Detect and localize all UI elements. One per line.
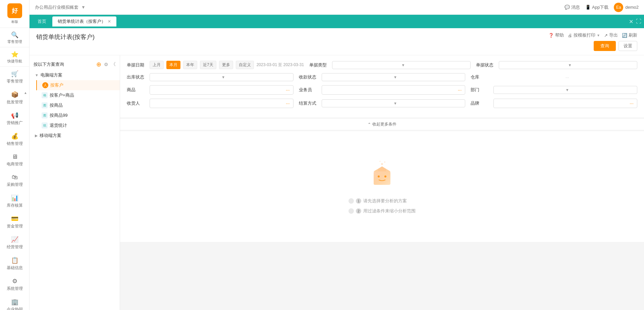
print-dropdown-icon[interactable]: ▼: [597, 34, 600, 37]
industry-label: 办公用品行业模拟账套: [35, 4, 78, 10]
sidebar-item-inventory[interactable]: 📊 库存核算: [0, 191, 29, 212]
settlement-dropdown[interactable]: ▼: [322, 99, 466, 107]
add-scheme-btn[interactable]: ⊕: [96, 61, 101, 68]
sidebar-item-marketing[interactable]: 📢 营销推广: [0, 108, 29, 129]
panel-title: 按以下方案查询: [34, 61, 64, 67]
left-panel: 按以下方案查询 ⊕ ⚙ 《 ▼ 电脑端方案 人: [30, 55, 120, 310]
tab-sales-stats[interactable]: 销货单统计表（按客户） ✕: [52, 16, 116, 27]
sidebar-item-wholesale[interactable]: 📦 批发管理 ▲: [0, 88, 29, 108]
page-title: 销货单统计表(按客户): [36, 33, 535, 41]
quick-nav-label: 快捷导航: [7, 59, 22, 64]
collapse-panel-btn[interactable]: 《: [111, 61, 116, 67]
query-button[interactable]: 查询: [594, 41, 616, 51]
desktop-scheme-label: 电脑端方案: [41, 72, 62, 78]
sidebar-item-enterprise[interactable]: 🏢 企业协同: [0, 295, 29, 310]
department-arrow: ▼: [566, 88, 634, 92]
date-btn-7days[interactable]: 近7天: [200, 61, 216, 69]
app-download-btn[interactable]: 📱 App下载: [585, 4, 608, 10]
logo-text: 标版: [11, 19, 18, 24]
warehouse-dropdown[interactable]: ···: [493, 75, 637, 80]
scheme-by-product-99[interactable]: 图 按商品99: [36, 110, 120, 120]
settlement-label: 结算方式: [299, 100, 319, 106]
scheme-by-product[interactable]: 图 按商品: [36, 100, 120, 110]
brand-dots[interactable]: ···: [630, 101, 634, 106]
page-actions-area: ❓ 帮助 🖨 按模板打印 ▼ ↗ 导出 🔄 刷新: [542, 28, 644, 55]
desktop-scheme-children: 人 按客户 格 按客户+商品 图 按商品 图 按: [30, 80, 120, 131]
date-btn-custom[interactable]: 自定义: [236, 61, 254, 69]
maximize-window-icon[interactable]: ⛶: [636, 18, 641, 25]
svg-point-7: [384, 161, 385, 163]
search-menu-item[interactable]: 🔍 零售管理: [0, 28, 29, 47]
filter-order-type: 单据类型 ▼: [309, 61, 471, 69]
salesperson-label: 业务员: [299, 87, 319, 93]
date-btn-more[interactable]: 更多: [219, 61, 233, 69]
mobile-scheme-toggle[interactable]: ▶ 移动端方案: [30, 131, 120, 141]
warehouse-dots[interactable]: ···: [566, 75, 637, 80]
username: demo2: [625, 5, 639, 10]
logo[interactable]: 好 标版: [0, 0, 29, 28]
date-btn-this-month[interactable]: 本月: [166, 61, 180, 69]
template-print-btn[interactable]: 🖨 按模板打印 ▼: [568, 32, 600, 38]
warehouse-label: 仓库: [471, 74, 491, 80]
export-icon: ↗: [604, 33, 608, 38]
app-download-label: App下载: [592, 4, 608, 10]
order-status-dropdown[interactable]: ▼: [499, 61, 637, 69]
receiver-dots[interactable]: ···: [286, 101, 290, 106]
order-type-label: 单据类型: [309, 62, 329, 68]
sidebar-item-system[interactable]: ⚙ 系统管理: [0, 274, 29, 295]
help-btn[interactable]: ❓ 帮助: [548, 32, 564, 38]
settings-button[interactable]: 设置: [619, 41, 637, 51]
filter-row-3: 商品 ··· 业务员 ···: [127, 85, 637, 95]
close-window-icon[interactable]: ✕: [629, 18, 633, 25]
product-dots[interactable]: ···: [286, 87, 290, 93]
export-btn[interactable]: ↗ 导出: [604, 32, 618, 38]
shipment-label: 出库状态: [127, 74, 147, 80]
svg-point-8: [379, 161, 381, 162]
sidebar-item-operation[interactable]: 📈 经营管理: [0, 232, 29, 253]
logo-icon: 好: [7, 3, 22, 18]
shipment-dropdown[interactable]: ▼: [150, 73, 293, 81]
tab-home[interactable]: 首页: [32, 16, 52, 27]
filter-department: 部门 ▼: [471, 86, 637, 94]
date-btn-this-year[interactable]: 本年: [183, 61, 197, 69]
date-btn-last-month[interactable]: 上月: [150, 61, 164, 69]
refresh-btn[interactable]: 🔄 刷新: [622, 32, 637, 38]
by-product-label: 按商品: [50, 102, 63, 108]
sidebar-item-label: 资金管理: [7, 223, 23, 229]
salesperson-dots[interactable]: ···: [458, 87, 462, 93]
tab-close-btn[interactable]: ✕: [108, 19, 111, 24]
filter-row-2: 出库状态 ▼ 收款状态 ▼: [127, 73, 637, 81]
sidebar-item-ecommerce[interactable]: 🖥 电商管理: [0, 150, 29, 170]
receipt-dropdown[interactable]: ▼: [322, 73, 466, 81]
by-customer-product-icon: 格: [42, 92, 48, 98]
scheme-by-customer-product[interactable]: 格 按客户+商品: [36, 90, 120, 100]
desktop-scheme-toggle[interactable]: ▼ 电脑端方案: [30, 70, 120, 80]
sidebar-item-purchase[interactable]: 🛍 采购管理: [0, 170, 29, 191]
message-btn[interactable]: 💬 消息: [565, 4, 580, 10]
template-print-label: 按模板打印: [574, 32, 595, 38]
dropdown-arrow[interactable]: ▼: [81, 5, 86, 10]
filter-order-status: 单据状态 ▼: [476, 61, 637, 69]
sidebar-item-retail[interactable]: 🛒 零售管理: [0, 67, 29, 88]
sidebar-item-finance[interactable]: 💳 资金管理: [0, 212, 29, 232]
settings-scheme-btn[interactable]: ⚙: [104, 62, 108, 67]
panel-header-actions: ⊕ ⚙ 《: [96, 61, 116, 68]
department-dropdown[interactable]: ▼: [493, 86, 637, 94]
product-label: 商品: [127, 87, 147, 93]
collapse-label: 收起更多条件: [372, 121, 396, 127]
scheme-return-stats[interactable]: 统 退货统计: [36, 120, 120, 131]
filter-settlement: 结算方式 ▼: [299, 99, 466, 107]
quick-nav-item[interactable]: ⭐ 快捷导航: [0, 47, 29, 67]
refresh-icon: 🔄: [622, 33, 627, 38]
sidebar-item-sales[interactable]: 💰 销售管理: [0, 129, 29, 150]
empty-tips: 1 请先选择要分析的方案 2 用过滤条件来缩小分析范围: [348, 197, 416, 215]
sidebar-item-basic[interactable]: 📋 基础信息: [0, 253, 29, 274]
two-col-layout: 按以下方案查询 ⊕ ⚙ 《 ▼ 电脑端方案 人: [30, 55, 644, 310]
user-area[interactable]: Ea demo2: [614, 3, 639, 12]
order-type-dropdown[interactable]: ▼: [332, 61, 471, 69]
system-icon: ⚙: [12, 277, 17, 285]
brand-label: 品牌: [471, 100, 491, 106]
collapse-bar[interactable]: ⌃ 收起更多条件: [120, 119, 644, 130]
empty-state: 1 请先选择要分析的方案 2 用过滤条件来缩小分析范围: [120, 131, 644, 242]
scheme-by-customer[interactable]: 人 按客户: [36, 80, 120, 90]
